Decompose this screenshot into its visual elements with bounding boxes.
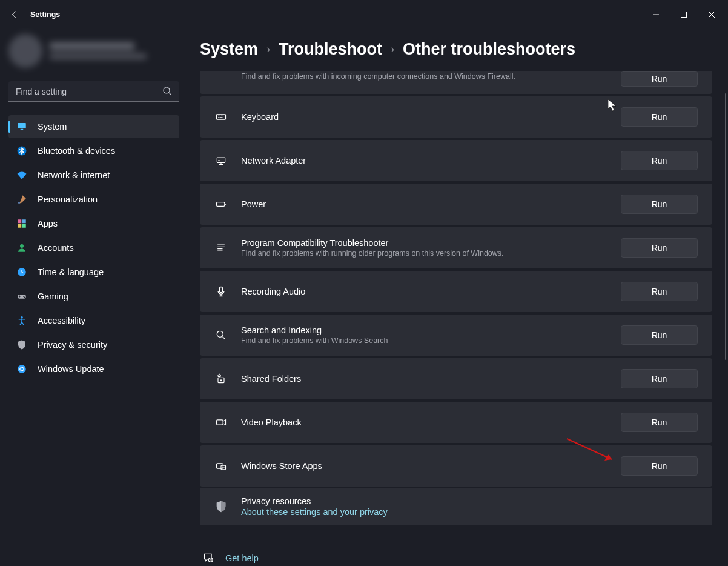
netadapter-icon [214, 154, 228, 167]
mic-icon [214, 285, 228, 298]
troubleshooter-desc: Find and fix problems with running older… [241, 249, 607, 258]
troubleshooter-row-power[interactable]: PowerRun [200, 184, 712, 225]
svg-point-21 [217, 331, 223, 337]
run-button[interactable]: Run [621, 151, 698, 170]
svg-rect-20 [220, 287, 223, 293]
sidebar-item-label: Accessibility [38, 316, 85, 325]
shield-icon [16, 339, 28, 351]
sidebar-item-network-internet[interactable]: Network & internet [8, 164, 179, 187]
run-button[interactable]: Run [621, 413, 698, 432]
svg-point-1 [164, 87, 170, 93]
sidebar-item-label: Network & internet [38, 170, 110, 180]
troubleshooter-row-recording-audio[interactable]: Recording AudioRun [200, 271, 712, 312]
search-input[interactable] [8, 81, 179, 102]
breadcrumb-current: Other troubleshooters [403, 40, 575, 59]
sidebar-item-label: Time & language [38, 267, 104, 277]
troubleshooter-row-shared-folders[interactable]: Shared FoldersRun [200, 358, 712, 399]
sidebar-item-windows-update[interactable]: Windows Update [8, 358, 179, 381]
power-icon [214, 198, 228, 211]
close-button[interactable] [698, 5, 726, 24]
troubleshooter-title: Video Playback [241, 418, 607, 427]
update-icon [16, 363, 28, 375]
privacy-title: Privacy resources [241, 496, 388, 506]
search-icon [162, 86, 172, 98]
svg-rect-9 [22, 224, 26, 228]
svg-point-15 [21, 316, 23, 319]
troubleshooter-desc: Find and fix problems with incoming comp… [241, 72, 607, 81]
troubleshooter-title: Search and Indexing [241, 325, 607, 335]
troubleshooter-row-windows-store-apps[interactable]: Windows Store AppsRun [200, 445, 712, 487]
troubleshooter-title: Recording Audio [241, 287, 607, 296]
run-button[interactable]: Run [621, 325, 698, 345]
troubleshooter-row-incoming-connections[interactable]: Find and fix problems with incoming comp… [200, 71, 712, 94]
troubleshooter-list: Find and fix problems with incoming comp… [200, 71, 712, 487]
sidebar-item-accounts[interactable]: Accounts [8, 236, 179, 259]
troubleshooter-title: Program Compatibility Troubleshooter [241, 238, 607, 248]
access-icon [16, 315, 28, 327]
shield-icon [214, 500, 228, 513]
clock-icon [16, 266, 28, 278]
search-icon [214, 328, 228, 342]
svg-point-10 [20, 244, 24, 248]
sidebar-item-gaming[interactable]: Gaming [8, 285, 179, 308]
troubleshooter-row-search-and-indexing[interactable]: Search and IndexingFind and fix problems… [200, 315, 712, 356]
sidebar-item-label: System [38, 122, 67, 132]
breadcrumb-system[interactable]: System [200, 40, 258, 59]
run-button[interactable]: Run [621, 456, 698, 476]
wifi-icon [16, 169, 28, 181]
scrollbar[interactable] [725, 93, 726, 360]
sidebar-item-label: Accounts [38, 243, 74, 253]
run-button[interactable]: Run [621, 369, 698, 388]
sidebar-item-label: Bluetooth & devices [38, 146, 115, 156]
apps-icon [16, 218, 28, 230]
run-button[interactable]: Run [621, 282, 698, 301]
chevron-right-icon: › [266, 43, 270, 56]
run-button[interactable]: Run [621, 71, 698, 87]
sidebar-item-time-language[interactable]: Time & language [8, 261, 179, 284]
privacy-link[interactable]: About these settings and your privacy [241, 507, 388, 517]
run-button[interactable]: Run [621, 238, 698, 258]
sidebar-item-accessibility[interactable]: Accessibility [8, 309, 179, 332]
svg-rect-5 [18, 202, 20, 204]
minimize-button[interactable] [642, 5, 670, 24]
folder-icon [214, 372, 228, 385]
svg-rect-7 [22, 219, 26, 223]
breadcrumb-troubleshoot[interactable]: Troubleshoot [279, 40, 382, 59]
run-button[interactable]: Run [621, 195, 698, 214]
person-icon [16, 242, 28, 254]
get-help-link[interactable]: Get help [225, 553, 259, 563]
keyboard-icon [214, 110, 228, 124]
troubleshooter-row-network-adapter[interactable]: Network AdapterRun [200, 140, 712, 181]
troubleshooter-row-video-playback[interactable]: Video PlaybackRun [200, 402, 712, 443]
troubleshooter-title: Shared Folders [241, 374, 607, 384]
sidebar-item-bluetooth-devices[interactable]: Bluetooth & devices [8, 139, 179, 162]
troubleshooter-title: Power [241, 199, 607, 209]
svg-rect-2 [18, 123, 26, 128]
monitor-icon [16, 121, 28, 133]
svg-rect-24 [217, 420, 223, 425]
store-icon [214, 459, 228, 473]
sidebar-item-personalization[interactable]: Personalization [8, 188, 179, 211]
sidebar-item-label: Gaming [38, 291, 68, 301]
sidebar-item-label: Personalization [38, 195, 98, 204]
sidebar-item-privacy-security[interactable]: Privacy & security [8, 333, 179, 356]
troubleshooter-desc: Find and fix problems with Windows Searc… [241, 336, 607, 345]
sidebar-item-label: Windows Update [38, 364, 104, 374]
get-help-row: Get help [200, 552, 728, 564]
privacy-resources-row[interactable]: Privacy resources About these settings a… [200, 488, 712, 525]
sidebar-item-apps[interactable]: Apps [8, 212, 179, 235]
svg-point-14 [24, 297, 25, 298]
troubleshooter-row-keyboard[interactable]: KeyboardRun [200, 96, 712, 138]
svg-rect-18 [217, 158, 225, 162]
back-button[interactable] [2, 2, 27, 27]
troubleshooter-row-program-compatibility-troubleshooter[interactable]: Program Compatibility TroubleshooterFind… [200, 227, 712, 268]
gamepad-icon [16, 290, 28, 302]
svg-rect-3 [21, 129, 24, 130]
nav-list: SystemBluetooth & devicesNetwork & inter… [8, 115, 179, 381]
run-button[interactable]: Run [621, 107, 698, 127]
maximize-button[interactable] [670, 5, 698, 24]
sidebar-item-system[interactable]: System [8, 115, 179, 138]
troubleshooter-title: Network Adapter [241, 156, 607, 165]
account-block[interactable] [8, 34, 179, 68]
search-wrap [8, 81, 179, 102]
